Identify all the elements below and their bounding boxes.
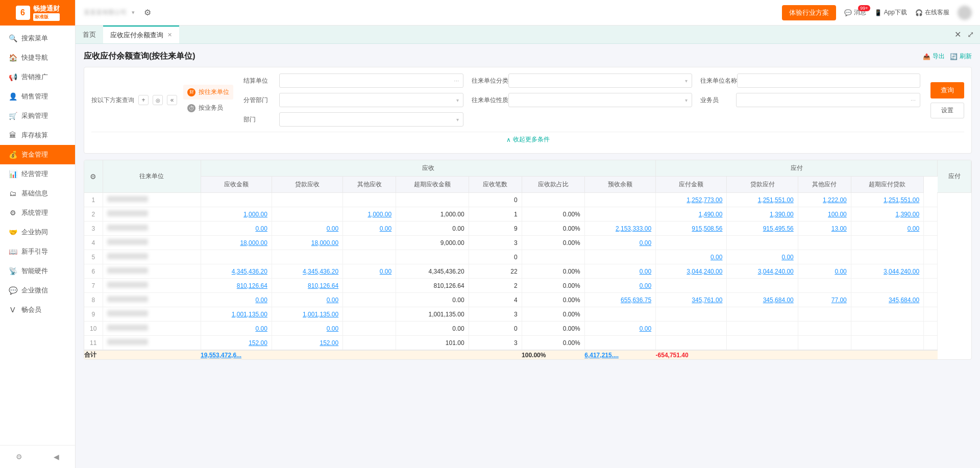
- table-row: 3 0.00 0.00 0.00 0.00 9 0.00% 2,153,333.…: [84, 221, 971, 236]
- field-dept-mgr: 分管部门 ▾: [243, 93, 463, 107]
- th-ar-prepay: 预收余额: [584, 177, 655, 193]
- sidebar-item-base[interactable]: 🗂 基础信息: [0, 184, 75, 203]
- scheme-by-staff[interactable]: ⏱ 按业务员: [183, 101, 233, 115]
- user-avatar[interactable]: [958, 6, 972, 20]
- tab-query[interactable]: 应收应付余额查询 ✕: [103, 26, 179, 43]
- footer-ar-loan: [272, 350, 342, 359]
- header: 某某某有限公司 ▾ ⚙ 体验行业方案 💬 消息 99+ 📱 App下载 🎧 在线…: [76, 0, 980, 26]
- sidebar-item-wechat[interactable]: 💬 企业微信: [0, 281, 75, 300]
- sidebar-item-finance[interactable]: 💰 资金管理: [0, 145, 75, 164]
- sidebar-icon-search: 🔍: [8, 34, 17, 43]
- field-settlement-input[interactable]: ···: [279, 73, 463, 88]
- table-scroll[interactable]: ⚙ 往来单位 应收 应付 应付 应收金额 贷款应收 其他应收 超期应收金额: [84, 160, 971, 359]
- footer-ap-amount: -654,751.40: [656, 350, 727, 359]
- field-salesperson-input[interactable]: ···: [736, 93, 920, 107]
- sidebar-label-guide: 新手引导: [21, 247, 48, 256]
- sidebar-item-collab[interactable]: 🤝 企业协同: [0, 223, 75, 242]
- sidebar-label-search: 搜索菜单: [21, 34, 48, 43]
- sidebar-icon-finance: 💰: [8, 150, 17, 159]
- sidebar-item-member[interactable]: Ⅴ 畅会员: [0, 300, 75, 319]
- scheme-unit-label: 按往来单位: [199, 88, 229, 96]
- sidebar-icon-sales: 👤: [8, 92, 17, 101]
- table-gear-icon[interactable]: ⚙: [90, 173, 96, 181]
- sidebar-collapse-btn[interactable]: ◀: [48, 450, 64, 464]
- table-row: 6 4,345,436.20 4,345,436.20 0.00 4,345,4…: [84, 264, 971, 279]
- set-button[interactable]: 设置: [930, 103, 964, 118]
- sidebar-item-marketing[interactable]: 📢 营销推广: [0, 67, 75, 87]
- message-action[interactable]: 💬 消息 99+: [844, 8, 866, 17]
- row-unit: [103, 264, 201, 279]
- row-unit: [103, 221, 201, 236]
- sidebar-item-inventory[interactable]: 🏛 库存核算: [0, 126, 75, 145]
- footer-ap-loan: [727, 350, 798, 359]
- sidebar-item-guide[interactable]: 📖 新手引导: [0, 242, 75, 261]
- collapse-icon: ∧: [506, 136, 511, 143]
- table-row: 9 1,001,135.00 1,001,135.00 1,001,135.00…: [84, 307, 971, 322]
- field-dept-select[interactable]: ▾: [279, 112, 463, 127]
- footer-ap-overdue: [851, 350, 923, 359]
- footer-ar-other: [343, 350, 396, 359]
- sidebar-label-member: 畅会员: [21, 305, 41, 314]
- scheme-unit-icon: 财: [187, 88, 195, 96]
- message-icon: 💬: [844, 9, 852, 16]
- sidebar-item-hardware[interactable]: 📡 智能硬件: [0, 261, 75, 281]
- page-title: 应收应付余额查询(按往来单位): [84, 51, 195, 62]
- export-icon: 📤: [923, 53, 930, 60]
- sidebar-item-system[interactable]: ⚙ 系统管理: [0, 203, 75, 223]
- field-dept-mgr-label: 分管部门: [243, 96, 279, 105]
- th-ar-loan: 贷款应收: [272, 177, 342, 193]
- tab-expand-icon[interactable]: ⤢: [967, 30, 974, 39]
- sidebar-icon-wechat: 💬: [8, 286, 17, 295]
- query-button[interactable]: 查询: [930, 82, 964, 98]
- page-header: 应收应付余额查询(按往来单位) 📤 导出 🔄 刷新: [84, 44, 972, 67]
- page-container: 应收应付余额查询(按往来单位) 📤 导出 🔄 刷新 按以下方案查询 +: [76, 44, 980, 368]
- table-row: 10 0.00 0.00 0.00 0 0.00% 0.00: [84, 322, 971, 336]
- header-dropdown-icon[interactable]: ▾: [132, 9, 135, 16]
- app-action[interactable]: 📱 App下载: [874, 8, 907, 17]
- logo-icon: 6: [16, 6, 30, 20]
- scheme-by-unit[interactable]: 财 按往来单位: [183, 85, 233, 100]
- row-unit: [103, 193, 201, 207]
- app-icon: 📱: [874, 9, 882, 16]
- service-action[interactable]: 🎧 在线客服: [915, 8, 949, 17]
- sidebar-label-sales: 销售管理: [21, 92, 48, 101]
- th-ap-group: 应付: [656, 160, 938, 177]
- tab-home[interactable]: 首页: [76, 26, 103, 43]
- th-settings[interactable]: ⚙: [84, 160, 103, 193]
- field-unit-name-input[interactable]: [737, 73, 920, 88]
- sidebar-item-quicknav[interactable]: 🏠 快捷导航: [0, 48, 75, 67]
- main-content: 应收应付余额查询(按往来单位) 📤 导出 🔄 刷新 按以下方案查询 +: [76, 44, 980, 468]
- field-unit-type-select[interactable]: ▾: [508, 73, 692, 88]
- header-gear-icon[interactable]: ⚙: [144, 8, 151, 17]
- data-table: ⚙ 往来单位 应收 应付 应付 应收金额 贷款应收 其他应收 超期应收金额: [84, 160, 971, 359]
- th-ap-amount: 应付金额: [656, 177, 727, 193]
- filter-add-btn[interactable]: +: [138, 95, 149, 105]
- sidebar-nav: 🔍 搜索菜单 🏠 快捷导航 📢 营销推广 👤 销售管理 🛒 采购管理 🏛 库存核…: [0, 26, 75, 445]
- collapse-more-btn[interactable]: ∧ 收起更多条件: [91, 132, 964, 147]
- th-unit-group: 往来单位: [103, 160, 201, 193]
- sidebar-icon-system: ⚙: [8, 208, 17, 217]
- filter-target-btn[interactable]: ◎: [153, 95, 163, 105]
- export-button[interactable]: 📤 导出: [923, 52, 945, 61]
- sidebar-item-sales[interactable]: 👤 销售管理: [0, 87, 75, 106]
- sidebar-item-purchase[interactable]: 🛒 采购管理: [0, 106, 75, 126]
- promo-button[interactable]: 体验行业方案: [782, 5, 836, 20]
- sidebar-item-search[interactable]: 🔍 搜索菜单: [0, 29, 75, 48]
- field-dept-mgr-select[interactable]: ▾: [279, 93, 463, 107]
- row-unit: [103, 236, 201, 250]
- tab-close-all-icon[interactable]: ✕: [954, 30, 961, 39]
- filter-collapse-btn[interactable]: «: [167, 95, 177, 105]
- service-label: 在线客服: [925, 8, 949, 17]
- field-unit-nature-select[interactable]: ▾: [508, 93, 692, 107]
- sidebar-settings-btn[interactable]: ⚙: [11, 450, 28, 464]
- message-badge: 99+: [858, 5, 870, 11]
- tab-close-icon[interactable]: ✕: [167, 32, 172, 38]
- field-settlement-label: 结算单位: [243, 77, 279, 85]
- logo-badge: 标准版: [33, 13, 60, 21]
- row-no: 7: [84, 279, 103, 293]
- table-row: 5 0 0.00 0.00: [84, 250, 971, 264]
- table-footer-row: 合计 19,553,472,6... 100.00% 6,417,215....…: [84, 350, 971, 359]
- sidebar-item-business[interactable]: 📊 经营管理: [0, 164, 75, 184]
- refresh-button[interactable]: 🔄 刷新: [950, 52, 972, 61]
- sidebar-label-wechat: 企业微信: [21, 286, 48, 295]
